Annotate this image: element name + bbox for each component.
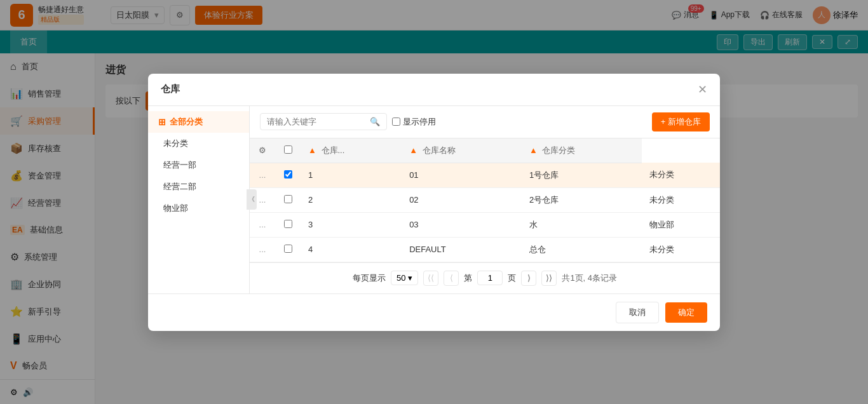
prev-page-button[interactable]: ⟨ [444, 271, 459, 286]
modal-body: ⊞ 全部分类 未分类 经营一部 经营二部 物业部 《 🔍 [148, 106, 720, 293]
th-index: ▲ 仓库... [301, 138, 402, 163]
row-name: 水 [522, 212, 642, 237]
category-property[interactable]: 物业部 [148, 198, 249, 219]
th-index-label: 仓库... [322, 145, 345, 155]
th-checkbox[interactable] [275, 138, 301, 163]
per-page-select[interactable]: 50 ▾ [391, 271, 418, 285]
sort-icon-category: ▲ [529, 145, 538, 155]
category-grid-icon: ⊞ [158, 117, 166, 127]
next-page-button[interactable]: ⟩ [521, 271, 536, 286]
show-disabled-checkbox-label[interactable]: 显示停用 [392, 116, 436, 128]
sort-icon-name: ▲ [409, 145, 417, 155]
row-code: 03 [402, 212, 522, 237]
collapse-button[interactable]: 《 [247, 189, 257, 210]
table-header-row: ⚙ ▲ 仓库... ▲ 仓库名称 [250, 138, 720, 163]
row-actions[interactable]: ... [250, 237, 275, 262]
th-category-label: 仓库分类 [542, 145, 575, 155]
th-name: ▲ 仓库名称 [402, 138, 522, 163]
row-code: DEFAULT [402, 237, 522, 262]
confirm-button[interactable]: 确定 [665, 302, 707, 323]
collapse-icon: 《 [248, 195, 255, 204]
table-toolbar: 🔍 显示停用 + 新增仓库 [250, 106, 720, 138]
show-disabled-label: 显示停用 [403, 116, 436, 128]
last-page-button[interactable]: ⟩⟩ [541, 271, 557, 286]
page-label: 第 [464, 273, 472, 284]
category-ops1[interactable]: 经营一部 [148, 154, 249, 176]
row-actions[interactable]: ... [250, 212, 275, 237]
row-checkbox-cell[interactable] [275, 187, 301, 212]
per-page-value: 50 [397, 273, 405, 283]
row-checkbox-cell[interactable] [275, 212, 301, 237]
row-code: 02 [402, 187, 522, 212]
page-input[interactable] [477, 271, 503, 285]
row-name: 1号仓库 [522, 163, 642, 187]
row-name: 2号仓库 [522, 187, 642, 212]
row-category: 未分类 [642, 237, 720, 262]
row-checkbox[interactable] [284, 195, 292, 203]
category-unclassified[interactable]: 未分类 [148, 133, 249, 154]
table-row[interactable]: ... 3 03 水 物业部 [250, 212, 720, 237]
per-page-label: 每页显示 [353, 273, 386, 284]
row-checkbox-cell[interactable] [275, 163, 301, 187]
data-table: ⚙ ▲ 仓库... ▲ 仓库名称 [250, 138, 720, 262]
warehouse-table: ⚙ ▲ 仓库... ▲ 仓库名称 [250, 138, 720, 262]
row-index: 1 [301, 163, 402, 187]
sort-icon: ▲ [308, 145, 316, 155]
category-panel: ⊞ 全部分类 未分类 经营一部 经营二部 物业部 《 [148, 106, 250, 293]
category-all-header[interactable]: ⊞ 全部分类 [148, 111, 249, 133]
th-settings[interactable]: ⚙ [250, 138, 275, 163]
row-checkbox[interactable] [284, 245, 292, 253]
row-code: 01 [402, 163, 522, 187]
table-row[interactable]: ... 1 01 1号仓库 未分类 [250, 163, 720, 187]
row-checkbox-cell[interactable] [275, 237, 301, 262]
category-ops2[interactable]: 经营二部 [148, 176, 249, 198]
table-panel: 🔍 显示停用 + 新增仓库 ⚙ [250, 106, 720, 293]
search-icon: 🔍 [370, 117, 380, 126]
row-index: 3 [301, 212, 402, 237]
modal-title: 仓库 [161, 83, 180, 95]
select-all-checkbox[interactable] [284, 145, 292, 154]
table-row[interactable]: ... 2 02 2号仓库 未分类 [250, 187, 720, 212]
modal-close-button[interactable]: ✕ [698, 83, 707, 97]
th-category: ▲ 仓库分类 [522, 138, 642, 163]
search-input-wrapper[interactable]: 🔍 [260, 113, 387, 130]
th-name-label: 仓库名称 [423, 145, 456, 155]
row-category: 物业部 [642, 212, 720, 237]
cancel-button[interactable]: 取消 [616, 302, 659, 323]
modal-header: 仓库 ✕ [148, 74, 720, 106]
row-index: 2 [301, 187, 402, 212]
row-category: 未分类 [642, 187, 720, 212]
row-name: 总仓 [522, 237, 642, 262]
warehouse-modal: 仓库 ✕ ⊞ 全部分类 未分类 经营一部 经营二部 物业部 《 [148, 74, 720, 331]
search-input[interactable] [267, 117, 367, 126]
row-checkbox[interactable] [284, 170, 292, 178]
first-page-button[interactable]: ⟨⟨ [423, 271, 438, 286]
row-actions[interactable]: ... [250, 163, 275, 187]
row-category: 未分类 [642, 163, 720, 187]
modal-footer: 取消 确定 [148, 293, 720, 331]
pagination: 每页显示 50 ▾ ⟨⟨ ⟨ 第 页 ⟩ ⟩⟩ 共1页, 4条记录 [250, 262, 720, 293]
page-suffix: 页 [508, 273, 516, 284]
modal-overlay: 仓库 ✕ ⊞ 全部分类 未分类 经营一部 经营二部 物业部 《 [0, 0, 868, 404]
per-page-arrow-icon: ▾ [408, 273, 412, 283]
row-index: 4 [301, 237, 402, 262]
add-warehouse-button[interactable]: + 新增仓库 [652, 112, 710, 131]
show-disabled-checkbox[interactable] [392, 118, 400, 126]
row-checkbox[interactable] [284, 220, 292, 228]
category-all-label: 全部分类 [170, 116, 203, 128]
total-info: 共1页, 4条记录 [562, 273, 617, 284]
table-row[interactable]: ... 4 DEFAULT 总仓 未分类 [250, 237, 720, 262]
